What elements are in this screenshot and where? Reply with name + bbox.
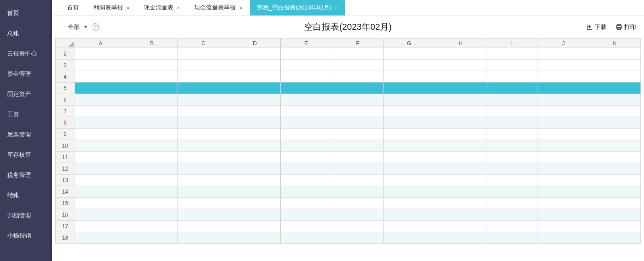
cell-B14[interactable] [126, 186, 178, 198]
cell-B16[interactable] [126, 209, 178, 221]
col-header-K[interactable]: K [589, 38, 641, 48]
select-all-corner[interactable] [56, 38, 75, 48]
cell-G5[interactable] [384, 83, 435, 94]
cell-G11[interactable] [384, 152, 435, 163]
cell-K11[interactable] [589, 152, 641, 163]
cell-J6[interactable] [538, 94, 589, 106]
cell-G17[interactable] [384, 221, 435, 232]
sidebar-ledger[interactable]: 总账 [0, 23, 52, 44]
sidebar-tax[interactable]: 税务管理 [0, 165, 52, 185]
cell-F12[interactable] [332, 163, 384, 175]
col-header-B[interactable]: B [126, 38, 178, 48]
cell-I8[interactable] [486, 117, 538, 129]
download-button[interactable]: 下载 [586, 23, 607, 31]
cell-G7[interactable] [384, 106, 435, 117]
cell-K9[interactable] [589, 129, 641, 140]
cell-J10[interactable] [538, 140, 589, 152]
cell-K18[interactable] [589, 232, 641, 244]
cell-E9[interactable] [281, 129, 332, 140]
cell-K4[interactable] [589, 71, 641, 83]
cell-F10[interactable] [332, 140, 384, 152]
close-icon[interactable]: × [126, 5, 129, 11]
cell-A3[interactable] [75, 59, 126, 71]
cell-D14[interactable] [229, 186, 281, 198]
cell-J4[interactable] [538, 71, 589, 83]
cell-A4[interactable] [75, 71, 126, 83]
cell-J5[interactable] [538, 83, 589, 94]
cell-I7[interactable] [486, 106, 538, 117]
cell-A8[interactable] [75, 117, 126, 129]
cell-B5[interactable] [126, 83, 178, 94]
cell-G14[interactable] [384, 186, 435, 198]
row-header-2[interactable]: 2 [56, 48, 75, 59]
row-header-8[interactable]: 8 [56, 117, 75, 129]
cell-D10[interactable] [229, 140, 281, 152]
tab-4[interactable]: 查看_空白报表(2023年02月)× [250, 0, 345, 15]
cell-F3[interactable] [332, 59, 384, 71]
cell-E6[interactable] [281, 94, 332, 106]
cell-F9[interactable] [332, 129, 384, 140]
cell-I13[interactable] [486, 175, 538, 186]
cell-D6[interactable] [229, 94, 281, 106]
cell-K16[interactable] [589, 209, 641, 221]
cell-K8[interactable] [589, 117, 641, 129]
print-button[interactable]: 打印 [615, 23, 636, 31]
row-header-11[interactable]: 11 [56, 152, 75, 163]
cell-C10[interactable] [177, 140, 229, 152]
cell-H12[interactable] [435, 163, 486, 175]
row-header-12[interactable]: 12 [56, 163, 75, 175]
cell-D8[interactable] [229, 117, 281, 129]
tab-3[interactable]: 现金流量表季报× [187, 0, 249, 15]
cell-B12[interactable] [126, 163, 178, 175]
cell-B17[interactable] [126, 221, 178, 232]
cell-J17[interactable] [538, 221, 589, 232]
col-header-D[interactable]: D [229, 38, 281, 48]
cell-F4[interactable] [332, 71, 384, 83]
row-header-10[interactable]: 10 [56, 140, 75, 152]
cell-D5[interactable] [229, 83, 281, 94]
cell-F2[interactable] [332, 48, 384, 59]
cell-J12[interactable] [538, 163, 589, 175]
cell-D2[interactable] [229, 48, 281, 59]
col-header-I[interactable]: I [486, 38, 538, 48]
cell-J18[interactable] [538, 232, 589, 244]
cell-J14[interactable] [538, 186, 589, 198]
cell-D9[interactable] [229, 129, 281, 140]
cell-E5[interactable] [281, 83, 332, 94]
cell-C5[interactable] [177, 83, 229, 94]
col-header-C[interactable]: C [177, 38, 229, 48]
cell-A7[interactable] [75, 106, 126, 117]
cell-D13[interactable] [229, 175, 281, 186]
cell-I5[interactable] [486, 83, 538, 94]
cell-D18[interactable] [229, 232, 281, 244]
cell-F11[interactable] [332, 152, 384, 163]
cell-G13[interactable] [384, 175, 435, 186]
cell-B3[interactable] [126, 59, 178, 71]
cell-A6[interactable] [75, 94, 126, 106]
close-icon[interactable]: × [239, 5, 242, 11]
cell-K10[interactable] [589, 140, 641, 152]
cell-A12[interactable] [75, 163, 126, 175]
cell-J13[interactable] [538, 175, 589, 186]
sidebar-fixed-assets[interactable]: 固定资产 [0, 84, 52, 104]
cell-C11[interactable] [177, 152, 229, 163]
cell-D4[interactable] [229, 71, 281, 83]
cell-I12[interactable] [486, 163, 538, 175]
cell-H13[interactable] [435, 175, 486, 186]
cell-F8[interactable] [332, 117, 384, 129]
cell-D3[interactable] [229, 59, 281, 71]
cell-K3[interactable] [589, 59, 641, 71]
cell-D15[interactable] [229, 198, 281, 209]
cell-E11[interactable] [281, 152, 332, 163]
row-header-9[interactable]: 9 [56, 129, 75, 140]
cell-B18[interactable] [126, 232, 178, 244]
cell-F14[interactable] [332, 186, 384, 198]
cell-E7[interactable] [281, 106, 332, 117]
row-header-3[interactable]: 3 [56, 59, 75, 71]
cell-H6[interactable] [435, 94, 486, 106]
cell-H16[interactable] [435, 209, 486, 221]
cell-D17[interactable] [229, 221, 281, 232]
cell-I15[interactable] [486, 198, 538, 209]
col-header-E[interactable]: E [281, 38, 332, 48]
cell-E15[interactable] [281, 198, 332, 209]
